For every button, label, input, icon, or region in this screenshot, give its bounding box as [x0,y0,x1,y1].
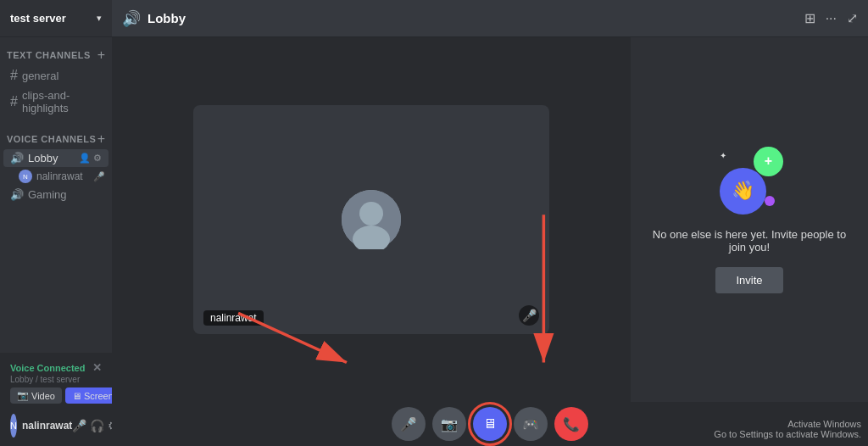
voice-channels-label: VOICE CHANNELS [7,134,96,144]
video-tile: nalinrawat 🎤 [193,105,549,334]
activity-icon: 🎮 [522,416,539,432]
dot-decoration [765,196,775,206]
text-channels-header[interactable]: TEXT CHANNELS + [0,44,112,64]
invite-button[interactable]: Invite [715,267,782,293]
topbar-right: ⊞ ··· ⤢ [804,10,858,26]
user-area: N nalinrawat 🎤 🎧 ⚙ [5,410,107,441]
video-icon: 📷 [441,416,458,432]
mute-icon: 🎤 [519,305,539,326]
video-grid: nalinrawat 🎤 [112,37,631,402]
server-header[interactable]: test server ▾ [0,0,112,37]
channel-name: Lobby [28,152,58,164]
screen-control-button[interactable]: 🖥 [473,407,507,441]
voice-area: nalinrawat 🎤 [112,37,868,402]
voice-buttons: 📷 Video 🖥 Screen [10,387,102,404]
add-voice-channel-icon[interactable]: + [97,131,105,147]
server-name: test server [10,12,66,25]
voice-channels-header[interactable]: VOICE CHANNELS + [0,128,112,148]
more-icon[interactable]: ··· [826,11,837,26]
mic-icon[interactable]: 🎤 [72,419,86,432]
control-bar: 🎤 📷 🖥 🎮 [112,402,868,446]
topbar-channel-name: Lobby [147,11,186,25]
topbar-left: 🔊 Lobby [122,9,186,28]
sidebar-bottom: Voice Connected ✕ Lobby / test server 📷 … [0,353,112,446]
topbar: 🔊 Lobby ⊞ ··· ⤢ [112,0,868,37]
video-control-button[interactable]: 📷 [432,407,466,441]
avatar: N [10,414,17,438]
mic-icon: 🎤 [400,416,417,432]
mute-icon: 🎤 [93,171,105,182]
chevron-down-icon: ▾ [97,13,102,24]
channel-clips[interactable]: # clips-and-highlights [3,86,108,117]
user-count-icon: 👤 [79,153,91,164]
channel-lobby[interactable]: 🔊 Lobby 👤 ⚙ [3,149,108,167]
voice-username: nalinrawat [36,170,83,182]
channel-name: clips-and-highlights [22,89,102,114]
speaker-icon: 🔊 [10,152,24,164]
invite-panel: ✦ ✦ 👋 + [631,37,868,402]
video-button[interactable]: 📷 Video [10,387,62,404]
user-avatar [342,190,401,249]
screen-icon: 🖥 [483,416,497,432]
invite-small-circle: + [754,147,783,176]
mic-control-button[interactable]: 🎤 [392,407,426,441]
speaker-icon: 🔊 [122,9,141,28]
voice-connected-sub: Lobby / test server [10,375,102,384]
screen-label: Screen [84,391,114,401]
end-call-icon: 📞 [563,416,580,432]
headset-icon[interactable]: 🎧 [90,419,104,432]
invite-illustration: ✦ ✦ 👋 + [715,147,783,215]
invite-text: No one else is here yet. Invite people t… [648,228,851,254]
speaker-icon: 🔊 [10,188,24,201]
text-channels-label: TEXT CHANNELS [7,50,91,60]
invite-main-circle: 👋 [720,168,766,215]
main-content: 🔊 Lobby ⊞ ··· ⤢ [112,0,868,446]
settings-icon[interactable]: ⚙ [93,153,102,164]
activity-control-button[interactable]: 🎮 [514,407,548,441]
add-text-channel-icon[interactable]: + [97,47,105,63]
plus-icon: + [765,153,772,169]
voice-user-row[interactable]: N nalinrawat 🎤 [0,168,112,185]
video-label: Video [31,391,55,401]
star-icon: ✦ [720,151,726,160]
hash-icon: # [10,68,18,83]
grid-icon[interactable]: ⊞ [804,10,815,26]
svg-point-1 [359,202,383,226]
popout-icon[interactable]: ⤢ [847,10,858,26]
video-username: nalinrawat [203,310,264,326]
channel-name: general [22,70,58,82]
disconnect-icon[interactable]: ✕ [92,361,102,374]
username: nalinrawat [22,420,72,432]
video-icon: 📷 [17,390,29,401]
text-channels-section: TEXT CHANNELS + # general # clips-and-hi… [0,37,112,121]
sidebar: test server ▾ TEXT CHANNELS + # general … [0,0,112,446]
hash-icon: # [10,94,18,109]
voice-connected-bar: Voice Connected ✕ Lobby / test server 📷 … [5,358,107,407]
screen-icon: 🖥 [72,391,81,401]
channel-general[interactable]: # general [3,65,108,86]
voice-connected-text: Voice Connected [10,363,85,373]
voice-channels-section: VOICE CHANNELS + 🔊 Lobby 👤 ⚙ N nalinrawa… [0,121,112,208]
channel-gaming[interactable]: 🔊 Gaming [3,186,108,203]
voice-area-wrapper: nalinrawat 🎤 [112,37,868,446]
wave-icon: 👋 [732,180,754,202]
screen-control-wrapper: 🖥 [473,407,507,441]
avatar: N [19,170,32,183]
voice-connected-label: Voice Connected ✕ [10,361,102,374]
end-call-button[interactable]: 📞 [554,407,588,441]
channel-name: Gaming [28,188,67,201]
